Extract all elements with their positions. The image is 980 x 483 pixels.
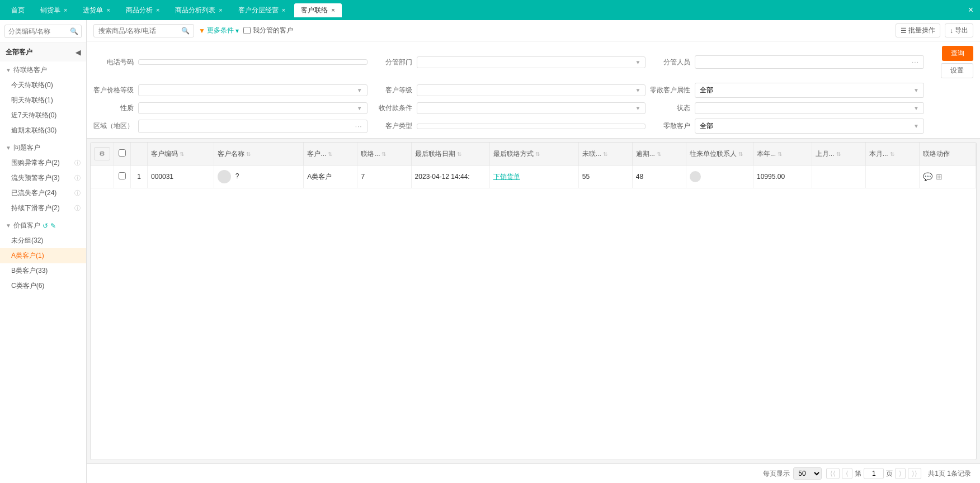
column-this-month: 本月... ⇅ — [865, 143, 919, 165]
phone-input[interactable] — [138, 59, 368, 65]
payment-chevron-icon: ▼ — [635, 105, 640, 111]
refresh-icon[interactable]: ↺ — [43, 222, 48, 230]
column-not-contacted: 未联... ⇅ — [578, 143, 632, 165]
close-sales-order-icon[interactable]: × — [64, 7, 67, 13]
nav-product-analysis[interactable]: 商品分析 × — [119, 3, 166, 17]
sidebar-item-hoarding-abnormal[interactable]: 囤购异常客户(2) ⓘ — [0, 155, 86, 171]
next-page-button[interactable]: ⟩ — [895, 468, 906, 479]
manager-select[interactable]: ··· — [695, 55, 924, 69]
nav-customer-contact[interactable]: 客户联络 × — [294, 3, 341, 17]
sidebar-collapse-icon[interactable]: ◀ — [76, 49, 81, 56]
last-month-sort-icon[interactable]: ⇅ — [836, 151, 841, 157]
sidebar-item-overdue-contact[interactable]: 逾期未联络(30) — [0, 123, 86, 138]
settings-button[interactable]: 设置 — [941, 63, 973, 78]
price-grade-label: 客户价格等级 — [93, 86, 138, 95]
close-product-analysis-list-icon[interactable]: × — [219, 7, 222, 13]
page-number-input[interactable] — [864, 468, 884, 479]
sidebar-section-problems-title[interactable]: ▼ 问题客户 — [0, 140, 86, 155]
close-purchase-order-icon[interactable]: × — [106, 7, 110, 13]
chat-action-icon[interactable]: 💬 — [923, 172, 932, 181]
column-last-contact-method: 最后联络方式 ⇅ — [489, 143, 578, 165]
sidebar-item-c-class[interactable]: C类客户(6) — [0, 278, 86, 293]
customer-grade-filter-field: 客户等级 ▼ — [372, 84, 646, 96]
sidebar-section-value-title[interactable]: ▼ 价值客户 ↺ ✎ — [0, 218, 86, 233]
this-month-sort-icon[interactable]: ⇅ — [890, 151, 894, 157]
grade-sort-icon[interactable]: ⇅ — [328, 151, 332, 157]
nav-product-analysis-list[interactable]: 商品分析列表 × — [168, 3, 229, 17]
sidebar-item-a-class[interactable]: A类客户(1) — [0, 248, 86, 263]
nav-home[interactable]: 首页 — [4, 3, 31, 17]
row-checkbox[interactable] — [119, 172, 126, 179]
filter-search-input[interactable] — [93, 24, 194, 37]
sidebar-section-pending: ▼ 待联络客户 今天待联络(0) 明天待联络(1) 近7天待联络(0) 逾期未联… — [0, 61, 86, 139]
my-customers-checkbox[interactable] — [243, 27, 251, 34]
region-select[interactable]: ··· — [138, 120, 368, 133]
sidebar-item-declining[interactable]: 持续下滑客户(2) ⓘ — [0, 201, 86, 216]
company-contact-sort-icon[interactable]: ⇅ — [738, 151, 743, 157]
nature-select[interactable]: ▼ — [138, 102, 368, 114]
sidebar-search-icon[interactable]: 🔍 — [70, 27, 78, 35]
filter-actions: ☰ 批量操作 ↓ 导出 — [896, 23, 973, 37]
sidebar-item-tomorrow-pending[interactable]: 明天待联络(1) — [0, 93, 86, 108]
row-name-cell: ? — [214, 165, 304, 188]
column-settings-button[interactable]: ⚙ — [94, 147, 110, 160]
close-customer-segmentation-icon[interactable]: × — [282, 7, 285, 13]
payment-select[interactable]: ▼ — [417, 102, 646, 114]
column-checkbox — [114, 143, 131, 165]
retail-customer-label: 零散客户 — [650, 121, 695, 131]
column-this-year: 本年... ⇅ — [753, 143, 812, 165]
first-page-button[interactable]: ⟨⟨ — [826, 468, 840, 479]
nav-sales-order[interactable]: 销货单 × — [34, 3, 74, 17]
retail-attr-select[interactable]: 全部 ▼ — [695, 83, 924, 98]
contact-sort-icon[interactable]: ⇅ — [381, 151, 386, 157]
retail-customer-select[interactable]: 全部 ▼ — [695, 119, 924, 134]
customers-table: ⚙ 客户编码 ⇅ — [91, 143, 976, 188]
close-customer-contact-icon[interactable]: × — [331, 7, 334, 13]
manager-label: 分管人员 — [650, 58, 695, 67]
manager-filter-field: 分管人员 ··· — [650, 55, 924, 69]
price-grade-filter-field: 客户价格等级 ▼ — [93, 84, 368, 96]
prev-page-button[interactable]: ⟨ — [842, 468, 852, 479]
page-controls: ⟨⟨ ⟨ 第 页 ⟩ ⟩⟩ 共1页 1条记录 — [826, 468, 971, 479]
dept-select[interactable]: ▼ — [417, 56, 646, 68]
region-label: 区域（地区） — [93, 121, 138, 131]
not-contacted-sort-icon[interactable]: ⇅ — [603, 151, 607, 157]
close-all-button[interactable]: × — [968, 5, 973, 15]
last-page-button[interactable]: ⟩⟩ — [908, 468, 921, 479]
overdue-sort-icon[interactable]: ⇅ — [657, 151, 661, 157]
last-contact-method-link[interactable]: 下销货单 — [493, 173, 520, 181]
my-customers-filter[interactable]: 我分管的客户 — [243, 26, 293, 35]
status-select[interactable]: ▼ — [695, 102, 924, 114]
sidebar-item-churn-warning[interactable]: 流失预警客户(3) ⓘ — [0, 171, 86, 186]
sidebar-item-7days-pending[interactable]: 近7天待联络(0) — [0, 108, 86, 123]
sidebar-section-pending-title[interactable]: ▼ 待联络客户 — [0, 63, 86, 78]
batch-operation-button[interactable]: ☰ 批量操作 — [896, 23, 940, 37]
nature-label: 性质 — [93, 103, 138, 113]
per-page-select[interactable]: 50 100 200 — [793, 467, 822, 480]
customer-grade-select[interactable]: ▼ — [417, 84, 646, 96]
price-grade-select[interactable]: ▼ — [138, 84, 368, 96]
name-sort-icon[interactable]: ⇅ — [246, 151, 251, 157]
status-chevron-icon: ▼ — [913, 105, 919, 111]
nav-customer-segmentation[interactable]: 客户分层经营 × — [232, 3, 292, 17]
retail-attr-chevron-icon: ▼ — [913, 87, 919, 93]
sidebar-item-churned[interactable]: 已流失客户(24) ⓘ — [0, 186, 86, 201]
filter-search-icon[interactable]: 🔍 — [181, 27, 190, 35]
select-all-checkbox[interactable] — [119, 149, 126, 157]
edit-icon[interactable]: ✎ — [50, 222, 56, 230]
nav-purchase-order[interactable]: 进货单 × — [76, 3, 116, 17]
sidebar-item-b-class[interactable]: B类客户(33) — [0, 263, 86, 278]
close-product-analysis-icon[interactable]: × — [156, 7, 159, 13]
qr-action-icon[interactable]: ⊞ — [936, 172, 943, 181]
customer-type-input[interactable] — [417, 124, 646, 129]
code-sort-icon[interactable]: ⇅ — [180, 151, 184, 157]
sidebar-item-ungrouped[interactable]: 未分组(32) — [0, 233, 86, 248]
more-filters-button[interactable]: ▼ 更多条件 ▾ — [199, 26, 239, 35]
last-date-sort-icon[interactable]: ⇅ — [457, 151, 461, 157]
sidebar-item-today-pending[interactable]: 今天待联络(0) — [0, 78, 86, 93]
query-button[interactable]: 查询 — [942, 46, 973, 61]
info-icon-1: ⓘ — [74, 159, 81, 167]
this-year-sort-icon[interactable]: ⇅ — [778, 151, 782, 157]
last-method-sort-icon[interactable]: ⇅ — [535, 151, 540, 157]
export-button[interactable]: ↓ 导出 — [945, 23, 973, 37]
